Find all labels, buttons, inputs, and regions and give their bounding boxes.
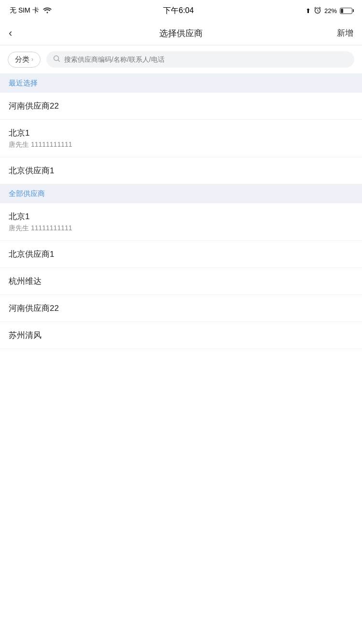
item-sub-0-1: 唐先生 11111111111 (9, 140, 353, 149)
status-right: ⬆ 22% (306, 6, 352, 15)
location-icon: ⬆ (306, 7, 311, 14)
page-title: 选择供应商 (159, 28, 203, 39)
status-bar: 无 SIM 卡 下午6:04 ⬆ 22% (0, 0, 362, 21)
add-button[interactable]: 新增 (337, 28, 353, 39)
supplier-list: 最近选择河南供应商22北京1唐先生 11111111111北京供应商1全部供应商… (0, 74, 362, 349)
nav-bar: ‹ 选择供应商 新增 (0, 21, 362, 45)
list-item-1-2[interactable]: 杭州维达 (0, 268, 362, 295)
list-item-1-3[interactable]: 河南供应商22 (0, 295, 362, 322)
list-item-0-0[interactable]: 河南供应商22 (0, 93, 362, 120)
search-input[interactable] (64, 56, 348, 63)
list-item-0-1[interactable]: 北京1唐先生 11111111111 (0, 120, 362, 157)
category-filter-button[interactable]: 分类 › (8, 52, 41, 68)
carrier-text: 无 SIM 卡 (10, 6, 39, 15)
item-name-1-1: 北京供应商1 (9, 249, 353, 260)
item-name-1-0: 北京1 (9, 211, 353, 222)
alarm-icon (314, 6, 321, 15)
search-icon (53, 55, 60, 64)
category-label: 分类 (15, 55, 29, 64)
section-header-0: 最近选择 (0, 74, 362, 93)
list-item-0-2[interactable]: 北京供应商1 (0, 157, 362, 184)
battery-icon (340, 8, 352, 14)
item-name-1-3: 河南供应商22 (9, 303, 353, 314)
list-item-1-1[interactable]: 北京供应商1 (0, 241, 362, 268)
status-left: 无 SIM 卡 (10, 6, 52, 15)
item-name-0-1: 北京1 (9, 127, 353, 139)
wifi-icon (43, 7, 52, 15)
item-name-0-0: 河南供应商22 (9, 100, 353, 112)
list-item-1-0[interactable]: 北京1唐先生 11111111111 (0, 203, 362, 241)
filter-bar: 分类 › (0, 45, 362, 74)
item-sub-1-0: 唐先生 11111111111 (9, 224, 353, 233)
back-button[interactable]: ‹ (9, 25, 16, 42)
search-box[interactable] (46, 51, 354, 68)
status-time: 下午6:04 (163, 6, 194, 16)
item-name-1-2: 杭州维达 (9, 276, 353, 287)
category-arrow-icon: › (31, 56, 33, 63)
list-item-1-4[interactable]: 苏州清风 (0, 322, 362, 349)
item-name-1-4: 苏州清风 (9, 330, 353, 341)
battery-percent-text: 22% (324, 7, 337, 14)
item-name-0-2: 北京供应商1 (9, 165, 353, 176)
section-header-1: 全部供应商 (0, 184, 362, 203)
